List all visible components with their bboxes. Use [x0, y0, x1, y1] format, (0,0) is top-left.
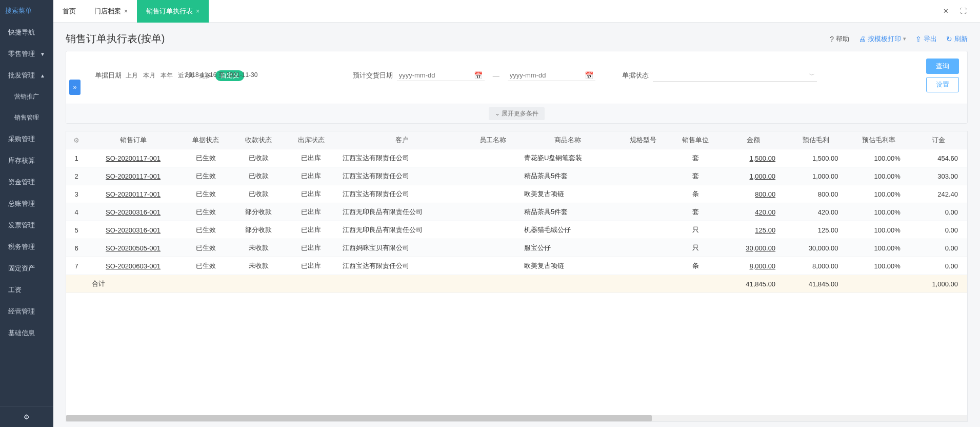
column-header[interactable]: 预估毛利	[785, 131, 847, 149]
settings-button[interactable]: 设置	[926, 77, 959, 92]
sidebar-item-10[interactable]: 税务管理	[0, 236, 53, 258]
sidebar-item-0[interactable]: 快捷导航	[0, 22, 53, 43]
column-header[interactable]: 出库状态	[285, 131, 338, 149]
table-row[interactable]: 4SO-20200316-001已生效部分收款已出库江西无印良品有限责任公司精品…	[66, 203, 967, 221]
sidebar-item-8[interactable]: 总账管理	[0, 193, 53, 215]
sidebar-item-11[interactable]: 固定资产	[0, 258, 53, 279]
collapse-toggle[interactable]: »	[69, 80, 81, 95]
date-range-text: 2018-11-16 至 2021-11-30	[185, 71, 257, 80]
tab-label: 首页	[63, 7, 76, 16]
range-link[interactable]: 本年	[161, 71, 173, 80]
sidebar-item-6[interactable]: 库存核算	[0, 150, 53, 171]
print-icon: 🖨	[858, 35, 866, 43]
expand-filters[interactable]: ⌄ 展开更多条件	[66, 104, 967, 123]
chevron-down-icon: ﹀	[809, 71, 815, 79]
tab-home[interactable]: 首页	[53, 0, 85, 23]
column-header[interactable]: 单据状态	[179, 131, 232, 149]
amount-cell[interactable]: 800.00	[722, 185, 785, 203]
calendar-icon[interactable]: 📅	[585, 71, 593, 80]
sidebar-item-14[interactable]: 基础信息	[0, 322, 53, 344]
sidebar-item-label: 资金管理	[8, 178, 35, 187]
sidebar-item-label: 发票管理	[8, 221, 35, 230]
sidebar-item-1[interactable]: 零售管理▼	[0, 43, 53, 65]
column-header[interactable]: 员工名称	[466, 131, 519, 149]
calendar-icon[interactable]: 📅	[474, 71, 483, 80]
range-link[interactable]: 上月	[126, 71, 138, 80]
tab-stores[interactable]: 门店档案×	[85, 0, 137, 23]
page-title: 销售订单执行表(按单)	[66, 32, 165, 46]
help-button[interactable]: ?帮助	[830, 34, 849, 44]
table-row[interactable]: 6SO-20200505-001已生效未收款已出库江西妈咪宝贝有限公司服宝公仔只…	[66, 239, 967, 257]
sidebar-item-7[interactable]: 资金管理	[0, 171, 53, 193]
sidebar-item-5[interactable]: 采购管理	[0, 128, 53, 150]
column-header[interactable]: 预估毛利率	[848, 131, 910, 149]
amount-cell[interactable]: 1,000.00	[722, 167, 785, 185]
tab-sales-order-exec[interactable]: 销售订单执行表×	[137, 0, 209, 23]
amount-cell[interactable]: 8,000.00	[722, 257, 785, 275]
column-header[interactable]: 商品名称	[519, 131, 616, 149]
amount-cell[interactable]: 420.00	[722, 203, 785, 221]
table-row[interactable]: 3SO-20200117-001已生效已收款已出库江西宝达有限责任公司欧美复古项…	[66, 185, 967, 203]
query-button[interactable]: 查询	[926, 59, 959, 74]
amount-cell[interactable]: 30,000.00	[722, 239, 785, 257]
close-icon[interactable]: ×	[196, 8, 199, 15]
delivery-date-from[interactable]	[399, 71, 471, 79]
fullscreen-icon[interactable]: ⛶	[957, 4, 970, 18]
order-link[interactable]: SO-20200316-001	[87, 221, 179, 239]
settings-icon[interactable]: ⚙	[0, 406, 53, 427]
range-link[interactable]: 本月	[143, 71, 155, 80]
chevron-down-icon: ▾	[903, 35, 906, 42]
chevron-icon: ▼	[40, 51, 45, 57]
column-header[interactable]: 规格型号	[616, 131, 669, 149]
column-header[interactable]: 销售订单	[87, 131, 179, 149]
sidebar-item-2[interactable]: 批发管理▲	[0, 65, 53, 86]
refresh-icon: ↻	[946, 35, 952, 43]
column-header[interactable]: 客户	[337, 131, 466, 149]
totals-row: 合计41,845.0041,845.001,000.00	[66, 275, 967, 293]
sidebar-item-label: 批发管理	[8, 71, 35, 80]
delivery-date-filter: 预计交货日期 📅 — 📅	[353, 70, 595, 81]
order-link[interactable]: SO-20200117-001	[87, 167, 179, 185]
status-select[interactable]: ﹀	[653, 69, 817, 82]
export-button[interactable]: ⇪导出	[915, 34, 937, 44]
sidebar-item-label: 基础信息	[8, 328, 35, 338]
column-header[interactable]: 销售单位	[669, 131, 722, 149]
sidebar-item-9[interactable]: 发票管理	[0, 215, 53, 236]
column-header[interactable]: 收款状态	[232, 131, 285, 149]
scrollbar-thumb[interactable]	[66, 415, 652, 421]
delivery-date-to[interactable]	[510, 71, 582, 79]
order-link[interactable]: SO-20200505-001	[87, 239, 179, 257]
sidebar-item-4[interactable]: 销售管理	[0, 107, 53, 128]
data-table: ⚙销售订单单据状态收款状态出库状态客户员工名称商品名称规格型号销售单位金额预估毛…	[66, 131, 968, 422]
column-header[interactable]: 订金	[910, 131, 967, 149]
sidebar-item-3[interactable]: 营销推广	[0, 86, 53, 107]
table-row[interactable]: 7SO-20200603-001已生效未收款已出库江西宝达有限责任公司欧美复古项…	[66, 257, 967, 275]
sidebar-item-label: 采购管理	[8, 134, 35, 144]
sidebar-item-13[interactable]: 经营管理	[0, 301, 53, 322]
tabbar: 首页 门店档案× 销售订单执行表× ✕ ⛶	[53, 0, 980, 23]
table-row[interactable]: 5SO-20200316-001已生效部分收款已出库江西无印良品有限责任公司机器…	[66, 221, 967, 239]
status-filter: 单据状态 ﹀	[622, 69, 817, 82]
tab-label: 门店档案	[94, 7, 121, 16]
order-link[interactable]: SO-20200316-001	[87, 203, 179, 221]
sidebar-item-label: 税务管理	[8, 242, 35, 251]
close-all-icon[interactable]: ✕	[940, 4, 952, 18]
filter-label: 单据状态	[622, 71, 649, 80]
close-icon[interactable]: ×	[124, 8, 128, 15]
sidebar: 搜索菜单 快捷导航零售管理▼批发管理▲营销推广销售管理采购管理库存核算资金管理总…	[0, 0, 53, 427]
amount-cell[interactable]: 1,500.00	[722, 149, 785, 167]
refresh-button[interactable]: ↻刷新	[946, 34, 968, 44]
table-row[interactable]: 1SO-20200117-001已生效已收款已出库江西宝达有限责任公司青花瓷U盘…	[66, 149, 967, 167]
table-row[interactable]: 2SO-20200117-001已生效已收款已出库江西宝达有限责任公司精品茶具5…	[66, 167, 967, 185]
table-settings-icon[interactable]: ⚙	[73, 137, 79, 144]
order-link[interactable]: SO-20200117-001	[87, 149, 179, 167]
horizontal-scrollbar[interactable]	[66, 415, 967, 421]
order-link[interactable]: SO-20200603-001	[87, 257, 179, 275]
print-button[interactable]: 🖨按模板打印▾	[858, 34, 906, 44]
sidebar-item-12[interactable]: 工资	[0, 279, 53, 301]
sidebar-search[interactable]: 搜索菜单	[0, 0, 53, 22]
column-header[interactable]: 金额	[722, 131, 785, 149]
filter-label: 单据日期	[95, 71, 122, 80]
order-link[interactable]: SO-20200117-001	[87, 185, 179, 203]
amount-cell[interactable]: 125.00	[722, 221, 785, 239]
